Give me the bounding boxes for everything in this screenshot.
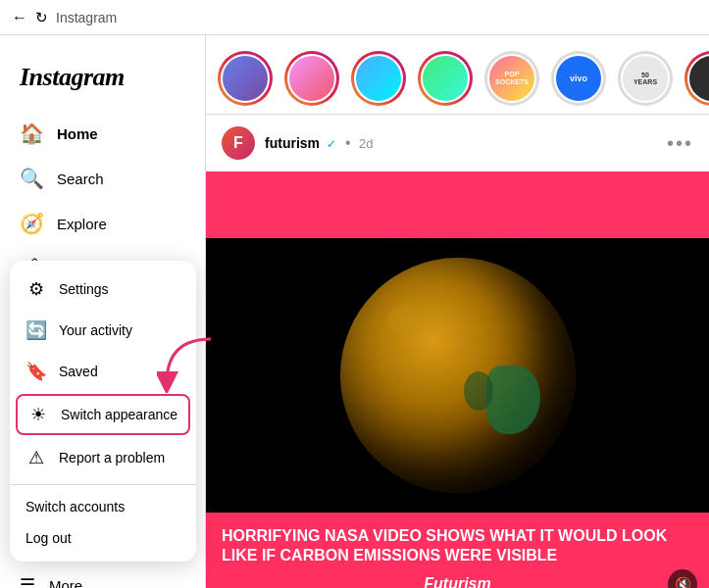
saved-icon: 🔖 xyxy=(25,361,47,382)
story-avatar-img-4 xyxy=(421,54,470,103)
earth-sphere xyxy=(340,258,576,493)
story-avatar-img-6: vivo xyxy=(554,54,603,103)
post-image-black-bg xyxy=(206,238,709,513)
dropdown-item-settings[interactable]: ⚙ Settings xyxy=(10,269,196,310)
story-item-3[interactable] xyxy=(351,51,406,106)
post-username[interactable]: futurism xyxy=(265,135,320,151)
top-bar-title: Instagram xyxy=(56,10,117,25)
post-avatar: F xyxy=(222,126,255,160)
story-item-5[interactable]: POPSOCKETS xyxy=(484,51,539,106)
story-ring-5: POPSOCKETS xyxy=(484,51,539,106)
more-icon: ☰ xyxy=(20,574,35,588)
story-ring-7: 50YEARS xyxy=(618,51,673,106)
your-activity-label: Your activity xyxy=(59,322,132,338)
sidebar-item-home-label: Home xyxy=(57,125,98,142)
post-meta: futurism ✓ • 2d xyxy=(265,134,373,152)
sidebar-item-home[interactable]: 🏠 Home xyxy=(0,112,205,155)
sidebar-item-explore-label: Explore xyxy=(57,216,107,232)
post-avatar-letter: F xyxy=(233,134,243,152)
search-icon: 🔍 xyxy=(20,167,43,190)
post-more-button[interactable]: ••• xyxy=(667,132,693,155)
story-item-2[interactable] xyxy=(284,51,339,106)
more-button[interactable]: ☰ More xyxy=(0,563,205,588)
earth-globe xyxy=(340,258,576,493)
post-user-info: F futurism ✓ • 2d xyxy=(222,126,373,160)
sidebar-item-search[interactable]: 🔍 Search xyxy=(0,157,205,200)
home-icon: 🏠 xyxy=(20,122,43,145)
post-caption-title: HORRIFYING NASA VIDEO SHOWS WHAT IT WOUL… xyxy=(222,526,693,565)
continent-1 xyxy=(486,366,540,434)
sidebar-item-explore[interactable]: 🧭 Explore xyxy=(0,202,205,245)
post-image-inner: HORRIFYING NASA VIDEO SHOWS WHAT IT WOUL… xyxy=(206,172,709,588)
switch-appearance-label: Switch appearance xyxy=(61,407,177,422)
explore-icon: 🧭 xyxy=(20,212,43,235)
post-caption-area: HORRIFYING NASA VIDEO SHOWS WHAT IT WOUL… xyxy=(206,513,709,589)
refresh-button[interactable]: ↻ xyxy=(35,9,48,26)
story-ring-3 xyxy=(351,51,406,106)
dropdown-item-your-activity[interactable]: 🔄 Your activity xyxy=(10,310,196,351)
switch-accounts-label: Switch accounts xyxy=(25,499,125,514)
saved-label: Saved xyxy=(59,364,98,379)
post-separator: • xyxy=(345,134,351,151)
instagram-logo: Instagram xyxy=(0,51,205,112)
atmosphere xyxy=(340,258,576,493)
verified-badge: ✓ xyxy=(327,137,336,151)
story-avatar-img-7: 50YEARS xyxy=(621,54,670,103)
stories-bar: POPSOCKETS vivo 50YEARS › xyxy=(206,35,709,115)
log-out-label: Log out xyxy=(25,530,72,546)
post-image: HORRIFYING NASA VIDEO SHOWS WHAT IT WOUL… xyxy=(206,172,709,588)
post-header: F futurism ✓ • 2d ••• xyxy=(206,115,709,172)
story-item-6[interactable]: vivo xyxy=(551,51,606,106)
appearance-icon: ☀ xyxy=(27,404,49,425)
settings-label: Settings xyxy=(59,281,109,297)
story-item-7[interactable]: 50YEARS xyxy=(618,51,673,106)
story-item-4[interactable] xyxy=(418,51,473,106)
story-ring-8 xyxy=(684,51,709,106)
story-item-8[interactable] xyxy=(684,51,709,106)
story-ring-6: vivo xyxy=(551,51,606,106)
story-ring-2 xyxy=(284,51,339,106)
story-ring-1 xyxy=(218,51,273,106)
story-avatar-img-1 xyxy=(221,54,270,103)
dropdown-menu: ⚙ Settings 🔄 Your activity 🔖 Saved ☀ Swi… xyxy=(10,261,196,562)
continent-3 xyxy=(387,305,427,334)
dropdown-item-log-out[interactable]: Log out xyxy=(10,522,196,554)
report-problem-label: Report a problem xyxy=(59,450,165,466)
story-avatar-img-5: POPSOCKETS xyxy=(487,54,536,103)
story-item-1[interactable] xyxy=(218,51,273,106)
dropdown-item-switch-accounts[interactable]: Switch accounts xyxy=(10,491,196,522)
dropdown-item-report-problem[interactable]: ⚠ Report a problem xyxy=(10,437,196,478)
post-time: 2d xyxy=(359,136,373,151)
story-avatar-img-2 xyxy=(287,54,336,103)
activity-icon: 🔄 xyxy=(25,319,47,341)
story-avatar-img-8 xyxy=(687,54,709,103)
report-icon: ⚠ xyxy=(25,447,47,468)
sidebar-item-search-label: Search xyxy=(57,171,104,187)
dropdown-item-switch-appearance[interactable]: ☀ Switch appearance xyxy=(16,394,190,435)
story-ring-4 xyxy=(418,51,473,106)
back-button[interactable]: ← xyxy=(12,9,27,26)
more-label: More xyxy=(49,577,82,589)
post-caption-brand: Futurism xyxy=(222,575,693,589)
sidebar: Instagram 🏠 Home 🔍 Search 🧭 Explore 📽 Re… xyxy=(0,35,206,588)
continent-2 xyxy=(464,371,493,411)
dropdown-item-saved[interactable]: 🔖 Saved xyxy=(10,351,196,392)
story-avatar-img-3 xyxy=(354,54,403,103)
mute-button[interactable]: 🔇 xyxy=(668,569,697,589)
dropdown-divider-1 xyxy=(10,484,196,485)
post: F futurism ✓ • 2d ••• xyxy=(206,115,709,588)
main-content: POPSOCKETS vivo 50YEARS › F xyxy=(206,35,709,588)
settings-icon: ⚙ xyxy=(25,278,47,300)
